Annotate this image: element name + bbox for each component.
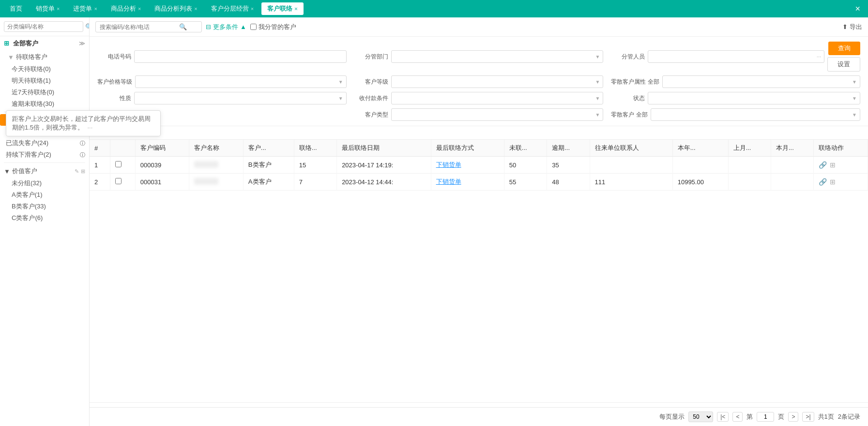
export-icon: ⬆ [842,23,848,30]
sidebar-group-pending[interactable]: ▼ 待联络客户 [0,51,89,63]
sidebar-item-7days[interactable]: 近7天待联络(0) [0,87,89,98]
sidebar-all-customers[interactable]: ⊞ 全部客户 ≫ [0,36,89,51]
close-purchase-icon[interactable]: × [94,6,97,12]
next-page-button[interactable]: > [788,412,798,422]
filter-nature: 性质 ▼ [97,92,347,104]
horizontal-scrollbar[interactable] [90,402,868,407]
adv-filter-panel: 电话号码 分管部门 ▼ 分管人员 ··· [90,37,868,126]
cell-last-contact-type[interactable]: 下销货单 [431,157,504,174]
sidebar-item-churned[interactable]: 已流失客户(24) ⓘ [0,137,89,149]
cell-uncontacted: 50 [504,157,547,174]
cell-this-month [771,157,814,174]
info-icon-churned: ⓘ [80,140,85,147]
close-analysis-icon[interactable]: × [138,6,141,12]
close-customer-contact-icon[interactable]: × [294,6,297,12]
nav-customer-contact[interactable]: 客户联络 × [261,2,303,15]
cell-last-contact-date: 2023-04-17 14:19: [337,157,431,174]
chevron-down-icon9: ▼ [852,112,857,118]
sidebar-item-c-class[interactable]: C类客户(6) [0,212,89,224]
close-sales-icon[interactable]: × [57,6,60,12]
sidebar-value-group-title[interactable]: ▼ 价值客户 ✎ ⊞ [0,165,89,177]
filter-customer-level-label: 客户等级 [354,78,388,86]
filter-payment-select[interactable]: ▼ [391,92,604,104]
cell-checkbox[interactable] [110,174,135,191]
cell-last-month [728,157,771,174]
action-qr-icon[interactable]: ⊞ [830,178,836,186]
sidebar-item-tomorrow[interactable]: 明天待联络(1) [0,75,89,87]
settings-button[interactable]: 设置 [827,57,860,72]
nav-sales[interactable]: 销货单 × [30,2,65,15]
filter-customer-level: 客户等级 ▼ [354,75,604,88]
window-close-button[interactable]: × [851,4,864,14]
cell-checkbox[interactable] [110,157,135,174]
total-records-label: 2条记录 [838,412,860,421]
prev-page-button[interactable]: < [732,412,743,422]
cell-code: 000031 [135,174,189,191]
my-customers-checkbox[interactable] [250,24,257,30]
tooltip-more-icon[interactable]: ··· [87,124,92,131]
action-qr-icon[interactable]: ⊞ [830,161,836,169]
cell-idx: 2 [90,174,110,191]
chevron-down-icon6: ▼ [595,96,600,101]
filter-customer-type-select[interactable]: ▼ [391,108,604,121]
sidebar-search-icon[interactable]: 🔍 [85,23,90,30]
nav-analysis[interactable]: 商品分析 × [105,2,147,15]
nav-home[interactable]: 首页 [4,2,28,15]
more-conditions-button[interactable]: ⊟ 更多条件 ▲ [206,23,246,31]
filter-price-level-select[interactable]: ▼ [135,75,347,88]
filter-retail-attr: 零散客户属性 全部 ▼ [611,75,860,88]
page-size-select[interactable]: 50 100 200 [688,411,713,422]
filter-retail-customer-select[interactable]: ▼ [651,108,860,121]
cell-last-contact-date: 2023-04-12 14:44: [337,174,431,191]
close-analysis-list-icon[interactable]: × [194,6,197,12]
cell-company-contact: 111 [590,174,672,191]
value-group-settings-icon[interactable]: ⊞ [81,168,85,175]
page-input[interactable] [757,412,774,422]
arrow-down-icon: ▼ [8,54,14,61]
sidebar-item-ungroup[interactable]: 未分组(32) [0,177,89,189]
col-this-month: 本月... [771,140,814,157]
main-search-icon[interactable]: 🔍 [179,23,187,30]
action-link-icon[interactable]: 🔗 [819,178,827,186]
main-layout: 🔍 ⊞ 全部客户 ≫ ▼ 待联络客户 今天待联络(0) 明天待联络(1) 近7天… [0,17,868,426]
first-page-button[interactable]: |< [717,412,729,422]
close-customer-seg-icon[interactable]: × [251,6,254,12]
cell-this-year [672,157,728,174]
cell-contact-count: 15 [294,157,336,174]
filter-retail-attr-label: 零散客户属性 全部 [611,78,659,86]
sidebar-item-b-class[interactable]: B类客户(33) [0,201,89,212]
filter-phone-input[interactable] [134,50,347,63]
sidebar-item-a-class[interactable]: A类客户(1) [0,189,89,201]
chevron-down-icon: ▼ [595,54,600,59]
export-button[interactable]: ⬆ 导出 [842,23,862,31]
sidebar-item-overdue[interactable]: 逾期未联络(30) [0,98,89,110]
filter-retail-customer-label: 零散客户 全部 [611,111,647,119]
sidebar-search-input[interactable] [4,21,83,32]
value-group-edit-icon[interactable]: ✎ [75,168,79,175]
query-button[interactable]: 查询 [828,42,860,55]
cell-company-contact [590,157,672,174]
main-search-input[interactable] [100,24,177,30]
cell-code: 000039 [135,157,189,174]
nav-analysis-list[interactable]: 商品分析列表 × [149,2,203,15]
chevron-up-icon: ▲ [240,23,246,30]
table-container: # 客户编码 客户名称 客户... 联络... [90,140,868,402]
col-category: 客户... [243,140,294,157]
nav-purchase[interactable]: 进货单 × [67,2,103,15]
filter-retail-attr-select[interactable]: ▼ [662,75,860,88]
nav-customer-seg[interactable]: 客户分层经营 × [205,2,259,15]
filter-status-select[interactable]: ▼ [648,92,860,104]
sidebar-item-declining[interactable]: 持续下滑客户(2) ⓘ [0,149,89,161]
last-page-button[interactable]: >| [802,412,814,422]
action-link-icon[interactable]: 🔗 [819,161,827,169]
filter-customer-level-select[interactable]: ▼ [391,75,604,88]
filter-manager-select[interactable]: ··· [648,50,824,63]
filter-nature-select[interactable]: ▼ [134,92,347,104]
cell-last-contact-type[interactable]: 下销货单 [431,174,504,191]
total-pages-label: 共1页 [818,412,834,421]
filter-customer-type-label: 客户类型 [354,111,388,119]
cell-category: A类客户 [243,174,294,191]
col-last-month: 上月... [728,140,771,157]
filter-dept-select[interactable]: ▼ [391,50,604,63]
sidebar-item-today[interactable]: 今天待联络(0) [0,63,89,75]
